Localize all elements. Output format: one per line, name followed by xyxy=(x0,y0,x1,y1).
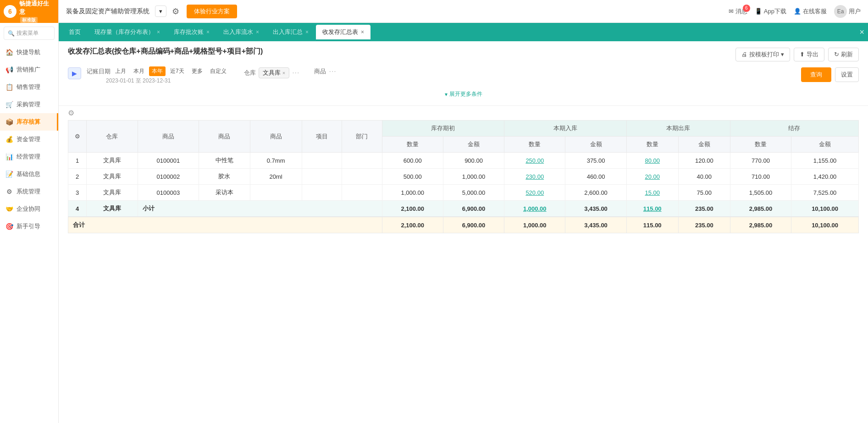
tab-in-out-summary[interactable]: 出入库汇总 × xyxy=(266,25,315,39)
filter-settings-btn[interactable]: 设置 xyxy=(835,67,859,82)
sidebar-item-label: 快捷导航 xyxy=(17,48,40,56)
warehouse-filter-dots[interactable]: ··· xyxy=(292,69,299,77)
sidebar-item-enterprise[interactable]: 🤝 企业协同 xyxy=(0,200,58,218)
row-dept xyxy=(342,185,382,201)
warehouse-tag-value: 文具库 xyxy=(263,69,281,77)
table-settings-row: ⚙ xyxy=(59,106,868,120)
row-in-amt: 2,600.00 xyxy=(565,185,626,201)
sidebar-item-inventory[interactable]: 📦 库存核算 xyxy=(0,113,58,131)
warehouse-tag-close-btn[interactable]: × xyxy=(282,70,285,76)
tab-in-out-flow-close[interactable]: × xyxy=(256,29,259,35)
tab-inventory-dist[interactable]: 现存量（库存分布表） × xyxy=(88,25,166,39)
trial-btn[interactable]: 体验行业方案 xyxy=(187,5,237,18)
system-name: 装备及固定资产辅助管理系统 xyxy=(66,7,149,16)
filter-collapse-btn[interactable]: ▶ xyxy=(68,67,81,79)
sidebar-item-label: 经营管理 xyxy=(17,153,40,161)
close-all-tabs-btn[interactable]: × xyxy=(859,27,864,37)
expand-conditions-btn[interactable]: ▾ 展开更多条件 xyxy=(68,88,859,101)
tab-receive-send-summary[interactable]: 收发存汇总表 × xyxy=(316,25,370,39)
enterprise-icon: 🤝 xyxy=(6,205,13,213)
tab-batch-ledger[interactable]: 库存批次账 × xyxy=(167,25,216,39)
tab-inventory-dist-close[interactable]: × xyxy=(157,29,160,35)
row-in-qty[interactable]: 520.00 xyxy=(504,185,565,201)
expand-chevron-icon: ▾ xyxy=(445,91,448,98)
sidebar-item-capital[interactable]: 💰 资金管理 xyxy=(0,131,58,148)
goods-label: 商品 xyxy=(314,67,326,76)
row-out-qty[interactable]: 15.00 xyxy=(626,185,678,201)
total-in-qty: 1,000.00 xyxy=(504,217,565,233)
table-settings-icon[interactable]: ⚙ xyxy=(68,109,74,117)
date-btn-more[interactable]: 更多 xyxy=(189,66,205,76)
topbar: 装备及固定资产辅助管理系统 ▾ ⚙ 体验行业方案 ✉ 消息 6 📱 App下载 … xyxy=(59,0,868,23)
online-service-btn[interactable]: 👤 在线客服 xyxy=(794,7,827,16)
print-template-btn[interactable]: 🖨 按模板打印 ▾ xyxy=(735,48,790,61)
sidebar-item-label: 营销推广 xyxy=(17,66,40,74)
total-opening-qty: 2,100.00 xyxy=(382,217,443,233)
tab-in-out-summary-close[interactable]: × xyxy=(305,29,309,35)
row-in-amt: 375.00 xyxy=(565,153,626,169)
sidebar-item-quick-nav[interactable]: 🏠 快捷导航 xyxy=(0,44,58,61)
row-opening-amt: 5,000.00 xyxy=(443,185,504,201)
row-in-qty[interactable]: 230.00 xyxy=(504,169,565,185)
tab-in-out-flow[interactable]: 出入库流水 × xyxy=(217,25,265,39)
date-btn-last-month[interactable]: 上月 xyxy=(112,66,129,76)
date-btn-this-year[interactable]: 本年 xyxy=(149,66,166,76)
tab-home[interactable]: 首页 xyxy=(62,25,87,39)
tab-receive-send-summary-label: 收发存汇总表 xyxy=(322,28,358,36)
subtotal-out-qty[interactable]: 115.00 xyxy=(626,201,678,217)
date-btn-custom[interactable]: 自定义 xyxy=(207,66,229,76)
row-balance-amt: 1,420.00 xyxy=(791,169,859,185)
sidebar-item-marketing[interactable]: 📢 营销推广 xyxy=(0,61,58,78)
th-out: 本期出库 xyxy=(626,121,730,137)
messages-btn[interactable]: ✉ 消息 6 xyxy=(729,7,747,16)
sidebar-item-label: 采购管理 xyxy=(17,100,40,109)
page-title: 收发存汇总表(按仓库+商品编码+商品+规格型号+项目+部门) xyxy=(68,47,263,56)
row-balance-qty: 770.00 xyxy=(730,153,791,169)
total-row: 合计 2,100.00 6,900.00 1,000.00 3,435.00 1… xyxy=(68,217,859,233)
sidebar-item-system[interactable]: ⚙ 系统管理 xyxy=(0,183,58,200)
sidebar-item-purchase[interactable]: 🛒 采购管理 xyxy=(0,96,58,113)
th-in-amt: 金额 xyxy=(565,137,626,153)
total-balance-qty: 2,985.00 xyxy=(730,217,791,233)
system-dropdown[interactable]: ▾ xyxy=(155,5,166,17)
th-out-qty: 数量 xyxy=(626,137,678,153)
basic-info-icon: 📝 xyxy=(6,170,13,178)
export-btn[interactable]: ⬆ 导出 xyxy=(794,48,824,61)
sidebar-item-guide[interactable]: 🎯 新手引导 xyxy=(0,218,58,235)
date-filter-group: 记账日期 上月 本月 本年 近7天 更多 自定义 2023-01-01 至 20… xyxy=(87,66,229,85)
refresh-icon: ↻ xyxy=(834,51,839,58)
sidebar-item-basic-info[interactable]: 📝 基础信息 xyxy=(0,165,58,183)
goods-filter-dots[interactable]: ··· xyxy=(329,67,336,76)
sidebar-item-operation[interactable]: 📊 经营管理 xyxy=(0,148,58,165)
guide-icon: 🎯 xyxy=(6,223,13,230)
date-btn-this-month[interactable]: 本月 xyxy=(131,66,147,76)
refresh-btn[interactable]: ↻ 刷新 xyxy=(828,48,859,61)
th-opening-qty: 数量 xyxy=(382,137,443,153)
tab-batch-ledger-close[interactable]: × xyxy=(206,29,210,35)
subtotal-in-qty[interactable]: 1,000.00 xyxy=(504,201,565,217)
row-out-qty[interactable]: 80.00 xyxy=(626,153,678,169)
tab-inventory-dist-label: 现存量（库存分布表） xyxy=(94,28,154,36)
date-btn-7days[interactable]: 近7天 xyxy=(167,66,187,76)
tab-home-label: 首页 xyxy=(69,28,81,36)
th-balance-amt: 金额 xyxy=(791,137,859,153)
filter-section: ▶ 记账日期 上月 本月 本年 近7天 更多 自定义 2023-01-01 至 … xyxy=(59,62,868,106)
th-balance: 结存 xyxy=(730,121,858,137)
tab-receive-send-summary-close[interactable]: × xyxy=(361,29,364,35)
th-opening-amt: 金额 xyxy=(443,137,504,153)
row-balance-amt: 1,155.00 xyxy=(791,153,859,169)
row-product-code: 0100002 xyxy=(138,169,199,185)
th-balance-qty: 数量 xyxy=(730,137,791,153)
th-settings[interactable]: ⚙ xyxy=(68,121,87,153)
app-download-btn[interactable]: 📱 App下载 xyxy=(755,7,786,16)
search-menu-button[interactable]: 🔍 搜索菜单 xyxy=(4,27,55,40)
user-menu[interactable]: Ea 用户 xyxy=(834,5,861,18)
row-in-qty[interactable]: 250.00 xyxy=(504,153,565,169)
sidebar-item-sales[interactable]: 📋 销售管理 xyxy=(0,78,58,96)
settings-icon[interactable]: ⚙ xyxy=(172,6,179,16)
row-out-qty[interactable]: 20.00 xyxy=(626,169,678,185)
operation-icon: 📊 xyxy=(6,153,13,160)
query-btn[interactable]: 查询 xyxy=(801,67,831,82)
refresh-btn-label: 刷新 xyxy=(841,50,853,59)
row-product-code: 0100003 xyxy=(138,185,199,201)
